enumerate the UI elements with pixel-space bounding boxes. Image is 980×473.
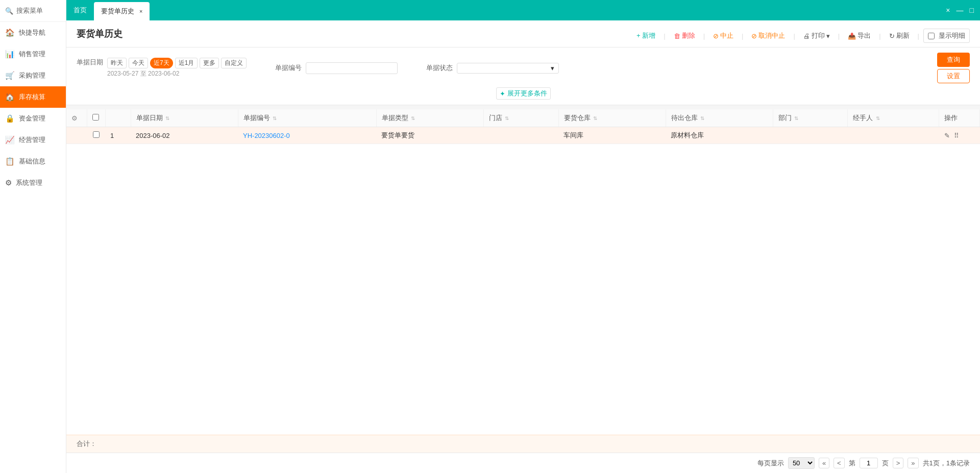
sidebar-item-basic-info[interactable]: 📋 基础信息 xyxy=(0,151,66,172)
date-btn-yesterday[interactable]: 昨天 xyxy=(107,58,127,68)
docno-link[interactable]: YH-20230602-0 xyxy=(243,132,290,139)
export-icon: 📤 xyxy=(848,32,856,40)
export-button[interactable]: 📤 导出 xyxy=(844,29,875,42)
date-btn-more[interactable]: 更多 xyxy=(200,58,219,68)
sidebar-item-finance-mgmt[interactable]: 🔒 资金管理 xyxy=(0,108,66,129)
gear-icon: ⚙ xyxy=(5,178,12,187)
sort-store-icon[interactable]: ⇅ xyxy=(505,115,509,121)
new-button[interactable]: + 新增 xyxy=(632,29,659,42)
sidebar-search-label: 搜索菜单 xyxy=(16,6,43,15)
edit-icon[interactable]: ✎ xyxy=(944,132,950,139)
window-max-icon[interactable]: □ xyxy=(970,6,974,14)
date-filter-label: 单据日期 xyxy=(77,58,103,67)
print-label: 打印 xyxy=(812,31,825,40)
cancel-stop-button[interactable]: ⊘ 取消中止 xyxy=(747,29,789,42)
sort-dept-icon[interactable]: ⇅ xyxy=(794,115,798,121)
tab-requisition-history[interactable]: 要货单历史 × xyxy=(94,2,150,20)
tab-requisition-label: 要货单历史 xyxy=(101,7,134,16)
print-dropdown-icon: ▾ xyxy=(826,32,830,40)
per-page-label: 每页显示 xyxy=(757,459,784,468)
row-checkbox-cell xyxy=(87,127,105,144)
prev-page-button[interactable]: < xyxy=(834,458,845,468)
col-checkbox xyxy=(87,109,105,127)
tab-home-label: 首页 xyxy=(74,6,87,15)
sep6: | xyxy=(879,32,880,40)
query-button[interactable]: 查询 xyxy=(937,53,970,67)
more-icon[interactable]: ⠿ xyxy=(954,132,959,139)
data-table: ⚙ 单据日期 ⇅ 单据编号 ⇅ xyxy=(66,109,980,144)
date-btn-custom[interactable]: 自定义 xyxy=(221,58,247,68)
sort-docno-icon[interactable]: ⇅ xyxy=(273,115,277,121)
delete-icon: 🗑 xyxy=(674,32,680,40)
sidebar-item-label: 采购管理 xyxy=(19,71,45,80)
docstatus-select[interactable]: ▾ xyxy=(457,63,559,74)
sidebar-item-purchase-mgmt[interactable]: 🛒 采购管理 xyxy=(0,65,66,86)
sep1: | xyxy=(664,32,665,40)
stop-button[interactable]: ⊘ 中止 xyxy=(709,29,738,42)
date-btn-7days[interactable]: 近7天 xyxy=(150,58,173,68)
stop-icon: ⊘ xyxy=(713,32,719,40)
show-detail-label: 显示明细 xyxy=(939,31,965,40)
refresh-button[interactable]: ↻ 刷新 xyxy=(885,29,914,42)
sort-pending-warehouse-icon[interactable]: ⇅ xyxy=(700,115,704,121)
tab-home[interactable]: 首页 xyxy=(66,0,94,20)
topbar: 首页 要货单历史 × × — □ xyxy=(66,0,980,20)
row-checkbox[interactable] xyxy=(93,131,100,138)
row-docno-cell[interactable]: YH-20230602-0 xyxy=(238,127,376,144)
row-handler-cell xyxy=(848,127,939,144)
page-number-input[interactable] xyxy=(860,458,878,468)
sidebar-item-sales-mgmt[interactable]: 📊 销售管理 xyxy=(0,43,66,65)
expand-conditions-button[interactable]: ✦ 展开更多条件 xyxy=(496,87,551,100)
row-num-cell: 1 xyxy=(105,127,131,144)
window-close-icon[interactable]: × xyxy=(946,6,950,14)
inventory-icon: 🏠 xyxy=(5,92,15,102)
print-icon: 🖨 xyxy=(803,32,810,40)
tab-close-icon[interactable]: × xyxy=(139,8,142,14)
lock-icon: 🔒 xyxy=(5,114,15,123)
date-btn-1month[interactable]: 近1月 xyxy=(175,58,198,68)
delete-button[interactable]: 🗑 删除 xyxy=(670,29,699,42)
row-action-cell: ✎ ⠿ xyxy=(939,127,980,144)
show-detail-checkbox[interactable] xyxy=(928,33,935,39)
summary-label: 合计： xyxy=(77,440,96,447)
sidebar-item-inventory[interactable]: 🏠 库存核算 xyxy=(0,86,66,108)
date-btn-group: 昨天 今天 近7天 近1月 更多 自定义 xyxy=(107,58,247,68)
cancel-label: 取消中止 xyxy=(758,31,785,40)
sort-req-warehouse-icon[interactable]: ⇅ xyxy=(593,115,597,121)
column-settings-button[interactable]: ⚙ xyxy=(71,114,78,122)
row-date-cell: 2023-06-02 xyxy=(131,127,238,144)
expand-label: 展开更多条件 xyxy=(507,89,547,98)
col-settings: ⚙ xyxy=(66,109,87,127)
docno-input[interactable] xyxy=(306,62,398,74)
row-doctype-cell: 要货单要货 xyxy=(376,127,483,144)
home-icon: 🏠 xyxy=(5,28,15,37)
sidebar-item-system-mgmt[interactable]: ⚙ 系统管理 xyxy=(0,172,66,194)
table-row: 1 2023-06-02 YH-20230602-0 要货单要货 车间库 原材料… xyxy=(66,127,980,144)
sort-doctype-icon[interactable]: ⇅ xyxy=(411,115,415,121)
col-doctype: 单据类型 ⇅ xyxy=(376,109,483,127)
stop-label: 中止 xyxy=(720,31,733,40)
window-min-icon[interactable]: — xyxy=(957,6,964,14)
sort-date-icon[interactable]: ⇅ xyxy=(165,115,169,121)
last-page-button[interactable]: » xyxy=(908,458,918,468)
sidebar-item-quick-nav[interactable]: 🏠 快捷导航 xyxy=(0,22,66,43)
per-page-select[interactable]: 50 100 200 xyxy=(788,457,815,469)
sidebar-search[interactable]: 🔍 搜索菜单 xyxy=(0,0,66,22)
sidebar-item-operation-mgmt[interactable]: 📈 经营管理 xyxy=(0,129,66,151)
sort-handler-icon[interactable]: ⇅ xyxy=(876,115,880,121)
table-area: ⚙ 单据日期 ⇅ 单据编号 ⇅ xyxy=(66,109,980,435)
pagination-bar: 每页显示 50 100 200 « < 第 页 > » 共1页，1条记录 xyxy=(66,453,980,473)
next-page-button[interactable]: > xyxy=(893,458,904,468)
settings-button[interactable]: 设置 xyxy=(937,69,970,83)
page-header: 要货单历史 + 新增 | 🗑 删除 | ⊘ 中止 | ⊘ xyxy=(66,20,980,48)
row-pending-warehouse-cell: 原材料仓库 xyxy=(666,127,773,144)
first-page-button[interactable]: « xyxy=(819,458,829,468)
filter-action-btns: 查询 设置 xyxy=(937,53,970,83)
col-dept: 部门 ⇅ xyxy=(773,109,848,127)
print-button[interactable]: 🖨 打印 ▾ xyxy=(799,29,834,42)
expand-row: ✦ 展开更多条件 xyxy=(77,87,970,100)
date-btn-today[interactable]: 今天 xyxy=(129,58,148,68)
show-detail-button[interactable]: 显示明细 xyxy=(923,29,970,43)
delete-label: 删除 xyxy=(682,31,695,40)
select-all-checkbox[interactable] xyxy=(92,114,99,121)
